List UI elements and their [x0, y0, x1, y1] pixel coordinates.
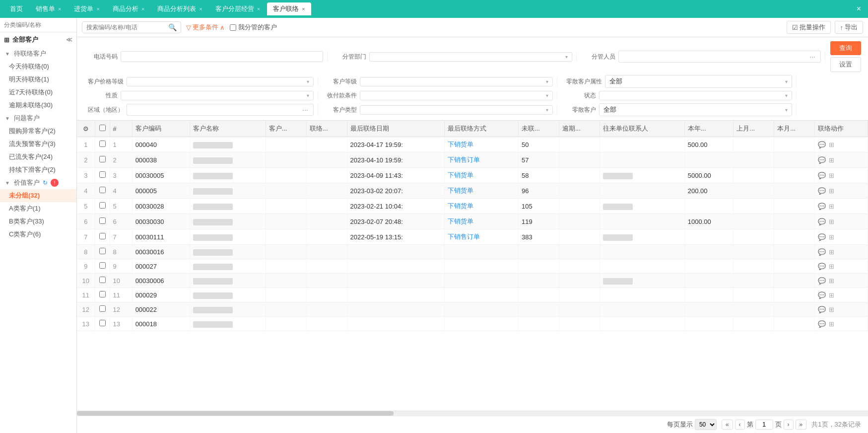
- grid-action-icon[interactable]: ⊞: [829, 248, 834, 256]
- last-method-link[interactable]: 下销售订单: [448, 233, 480, 240]
- td-checkbox[interactable]: [95, 274, 110, 288]
- grid-action-icon[interactable]: ⊞: [829, 203, 834, 210]
- td-last-method[interactable]: [444, 245, 519, 259]
- filter-region-select[interactable]: ···: [127, 104, 314, 116]
- more-dots-icon[interactable]: ···: [808, 53, 816, 61]
- th-name[interactable]: 客户名称: [190, 121, 266, 137]
- sidebar-value-header[interactable]: ▼ 价值客户 ↻ !: [0, 176, 76, 189]
- td-last-method[interactable]: 下销货单: [444, 199, 519, 214]
- td-checkbox[interactable]: [95, 199, 110, 214]
- grid-action-icon[interactable]: ⊞: [829, 156, 834, 164]
- td-last-method[interactable]: 下销货单: [444, 214, 519, 229]
- sidebar-item-tomorrow[interactable]: 明天待联络(1): [0, 73, 76, 86]
- chat-action-icon[interactable]: 💬: [818, 203, 826, 210]
- tab-customer-contact[interactable]: 客户联络 ×: [267, 2, 311, 15]
- tab-customer-mgr[interactable]: 客户分层经营 ×: [209, 2, 266, 15]
- next-page-button[interactable]: ›: [784, 420, 794, 430]
- close-customer-mgr-icon[interactable]: ×: [257, 6, 260, 12]
- th-code[interactable]: 客户编码: [132, 121, 190, 137]
- row-checkbox[interactable]: [99, 233, 106, 239]
- row-checkbox[interactable]: [99, 291, 106, 297]
- sidebar-search-input[interactable]: [4, 21, 77, 28]
- sidebar-item-today[interactable]: 今天待联络(0): [0, 60, 76, 73]
- sidebar-item-7days[interactable]: 近7天待联络(0): [0, 86, 76, 99]
- main-search-input[interactable]: [86, 24, 166, 31]
- td-checkbox[interactable]: [95, 183, 110, 199]
- sidebar-item-declining[interactable]: 持续下滑客户(2): [0, 163, 76, 176]
- th-settings[interactable]: ⚙: [77, 121, 95, 137]
- chat-action-icon[interactable]: 💬: [818, 320, 826, 328]
- row-checkbox[interactable]: [99, 217, 106, 224]
- td-last-method[interactable]: [444, 302, 519, 317]
- td-last-method[interactable]: 下销售订单: [444, 152, 519, 168]
- chat-action-icon[interactable]: 💬: [818, 156, 826, 164]
- th-type[interactable]: 客户...: [266, 121, 306, 137]
- grid-action-icon[interactable]: ⊞: [829, 172, 834, 179]
- chat-action-icon[interactable]: 💬: [818, 141, 826, 148]
- sidebar-item-ungroup[interactable]: 未分组(32): [0, 189, 76, 202]
- chat-action-icon[interactable]: 💬: [818, 172, 826, 179]
- filter-customer-type-select[interactable]: ▾: [360, 105, 553, 115]
- more-filters-button[interactable]: ▽ 更多条件 ∧: [186, 23, 225, 32]
- last-method-link[interactable]: 下销货单: [448, 141, 473, 148]
- close-analysis-icon[interactable]: ×: [141, 6, 144, 12]
- refresh-icon[interactable]: ↻: [43, 179, 48, 186]
- more-dots-region-icon[interactable]: ···: [301, 106, 309, 114]
- last-method-link[interactable]: 下销货单: [448, 187, 473, 194]
- data-table-container[interactable]: ⚙ # 客户编码 客户名称 客户... 联络... 最后联络日期 最后联络方式 …: [77, 121, 868, 411]
- first-page-button[interactable]: «: [722, 420, 733, 430]
- grid-action-icon[interactable]: ⊞: [829, 233, 834, 241]
- sidebar-item-class-b[interactable]: B类客户(33): [0, 215, 76, 228]
- th-last-date[interactable]: 最后联络日期: [347, 121, 444, 137]
- close-all-button[interactable]: ×: [854, 3, 864, 14]
- td-checkbox[interactable]: [95, 317, 110, 331]
- td-last-method[interactable]: [444, 274, 519, 288]
- tab-purchase[interactable]: 进货单 ×: [68, 2, 105, 15]
- th-last-month[interactable]: 上月...: [734, 121, 774, 137]
- select-all-checkbox[interactable]: [99, 125, 106, 131]
- close-sales-icon[interactable]: ×: [58, 6, 61, 12]
- grid-action-icon[interactable]: ⊞: [829, 141, 834, 148]
- row-checkbox[interactable]: [99, 305, 106, 312]
- sidebar-item-overdue[interactable]: 逾期未联络(30): [0, 99, 76, 112]
- tab-home[interactable]: 首页: [4, 2, 29, 15]
- sidebar-pending-header[interactable]: ▼ 待联络客户: [0, 47, 76, 60]
- th-not-contacted[interactable]: 未联...: [519, 121, 559, 137]
- horizontal-scrollbar[interactable]: [77, 411, 868, 416]
- th-this-year[interactable]: 本年...: [684, 121, 734, 137]
- chat-action-icon[interactable]: 💬: [818, 233, 826, 241]
- filter-status-select[interactable]: ▾: [599, 91, 792, 100]
- td-checkbox[interactable]: [95, 245, 110, 259]
- row-checkbox[interactable]: [99, 156, 106, 162]
- row-checkbox[interactable]: [99, 202, 106, 209]
- td-checkbox[interactable]: [95, 229, 110, 245]
- page-size-select-input[interactable]: 50: [695, 419, 717, 430]
- prev-page-button[interactable]: ‹: [735, 420, 745, 430]
- query-button[interactable]: 查询: [830, 41, 861, 55]
- close-purchase-icon[interactable]: ×: [96, 6, 99, 12]
- last-method-link[interactable]: 下销货单: [448, 217, 473, 225]
- th-last-method[interactable]: 最后联络方式: [444, 121, 519, 137]
- td-checkbox[interactable]: [95, 302, 110, 317]
- close-customer-contact-icon[interactable]: ×: [302, 6, 305, 12]
- filter-retail-customer-select[interactable]: 全部 ▾: [599, 103, 792, 116]
- td-last-method[interactable]: 下销货单: [444, 183, 519, 199]
- tab-analysis[interactable]: 商品分析 ×: [107, 2, 150, 15]
- my-customers-checkbox-label[interactable]: 我分管的客户: [230, 23, 277, 32]
- grid-action-icon[interactable]: ⊞: [829, 263, 834, 270]
- grid-action-icon[interactable]: ⊞: [829, 218, 834, 225]
- sidebar-item-churned[interactable]: 已流失客户(24): [0, 150, 76, 163]
- th-this-month[interactable]: 本月...: [774, 121, 815, 137]
- th-overdue[interactable]: 逾期...: [559, 121, 600, 137]
- td-last-method[interactable]: [444, 317, 519, 331]
- chat-action-icon[interactable]: 💬: [818, 263, 826, 270]
- tab-sales[interactable]: 销售单 ×: [30, 2, 67, 15]
- filter-price-level-select[interactable]: ▾: [127, 77, 314, 86]
- chat-action-icon[interactable]: 💬: [818, 277, 826, 285]
- th-checkbox[interactable]: [95, 121, 110, 137]
- last-page-button[interactable]: »: [796, 420, 807, 430]
- row-checkbox[interactable]: [99, 141, 106, 147]
- reset-button[interactable]: 设置: [830, 57, 861, 72]
- chat-action-icon[interactable]: 💬: [818, 218, 826, 225]
- grid-action-icon[interactable]: ⊞: [829, 306, 834, 313]
